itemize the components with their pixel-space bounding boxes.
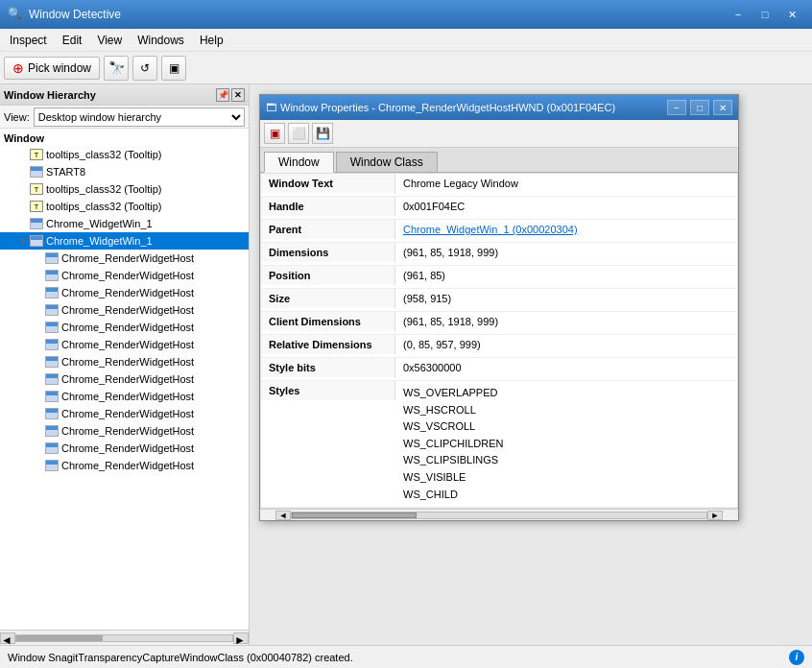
window-icon: ⬜ [292, 127, 306, 140]
win-badge [45, 322, 59, 333]
menu-view[interactable]: View [89, 31, 130, 50]
property-value: (958, 915) [395, 289, 737, 308]
panel-header-controls: 📌 ✕ [216, 88, 245, 102]
pick-window-button[interactable]: ⊕ Pick window [4, 57, 100, 80]
tooltip-icon: T [29, 181, 44, 197]
menu-windows[interactable]: Windows [130, 31, 192, 50]
property-label: Dimensions [261, 243, 395, 262]
tree-item[interactable]: Chrome_RenderWidgetHost [0, 284, 249, 301]
dialog-screenshot-button[interactable]: ▣ [264, 123, 285, 144]
save-icon: 💾 [316, 127, 330, 140]
property-value-line: WS_VISIBLE [403, 469, 729, 487]
dialog-title: Window Properties - Chrome_RenderWidgetH… [280, 102, 665, 113]
view-bar: View: Desktop window hierarchy [0, 106, 249, 129]
panel-pin-button[interactable]: 📌 [216, 88, 229, 102]
tree-toggle-icon[interactable]: ▼ [17, 235, 29, 247]
scrollbar-left[interactable]: ◄ [275, 511, 291, 520]
property-row: Dimensions(961, 85, 1918, 999) [261, 243, 737, 266]
menu-help[interactable]: Help [192, 31, 231, 50]
view-select[interactable]: Desktop window hierarchy [34, 107, 245, 127]
property-label: Styles [261, 381, 395, 400]
panel-close-button[interactable]: ✕ [231, 88, 245, 102]
tree-item-label: Chrome_RenderWidgetHost [61, 339, 194, 350]
dialog-close-button[interactable]: ✕ [713, 100, 732, 115]
tree-item[interactable]: Ttooltips_class32 (Tooltip) [0, 180, 249, 198]
minimize-button[interactable]: − [726, 5, 751, 24]
tree-item[interactable]: Chrome_RenderWidgetHost [0, 388, 249, 405]
win-badge [45, 304, 59, 316]
crosshair-icon: ⊕ [12, 60, 24, 76]
property-value: (961, 85, 1918, 999) [395, 312, 737, 331]
close-button[interactable]: ✕ [779, 5, 804, 24]
dialog-icon: 🗔 [266, 102, 276, 113]
dialog-content[interactable]: Window TextChrome Legacy WindowHandle0x0… [260, 173, 738, 509]
binoculars-icon: 🔭 [108, 60, 125, 76]
dialog-save-button[interactable]: 💾 [312, 123, 333, 144]
tree-item[interactable]: Chrome_RenderWidgetHost [0, 440, 249, 457]
menu-inspect[interactable]: Inspect [2, 31, 55, 50]
tooltip-icon: T [29, 147, 44, 162]
tree-item[interactable]: Chrome_RenderWidgetHost [0, 319, 249, 336]
tree-item[interactable]: Chrome_RenderWidgetHost [0, 301, 249, 319]
property-value-link[interactable]: Chrome_WidgetWin_1 (0x00020304) [395, 220, 737, 239]
tree-item-label: tooltips_class32 (Tooltip) [46, 201, 161, 212]
window-icon [44, 285, 60, 300]
win-badge [45, 252, 59, 264]
tab-window-class[interactable]: Window Class [336, 152, 438, 172]
win-badge [45, 408, 59, 419]
property-label: Relative Dimensions [261, 335, 395, 354]
property-value-line: WS_OVERLAPPED [403, 385, 729, 402]
property-value: 0x56300000 [395, 358, 737, 377]
tree-item[interactable]: Chrome_RenderWidgetHost [0, 457, 249, 474]
property-label: Window Text [261, 174, 395, 193]
refresh-icon: ↺ [140, 61, 150, 75]
info-icon[interactable]: i [789, 650, 804, 665]
menu-bar: Inspect Edit View Windows Help [0, 29, 812, 52]
find-window-button[interactable]: 🔭 [104, 56, 129, 81]
tree-item[interactable]: Chrome_RenderWidgetHost [0, 250, 249, 267]
dialog-minimize-button[interactable]: − [667, 100, 686, 115]
property-label: Position [261, 266, 395, 285]
dialog-toolbar: ▣ ⬜ 💾 [260, 120, 738, 148]
app-icon: 🔍 [8, 7, 23, 22]
settings-button[interactable]: ▣ [161, 56, 186, 81]
tree-item-label: Chrome_RenderWidgetHost [61, 252, 194, 264]
property-label: Handle [261, 197, 395, 216]
status-text: Window SnagitTransparencyCaptureWindowCl… [8, 652, 789, 663]
tree-item[interactable]: Chrome_WidgetWin_1 [0, 215, 249, 232]
tree-item[interactable]: Chrome_RenderWidgetHost [0, 353, 249, 370]
scrollbar-right-arrow[interactable]: ► [233, 632, 249, 644]
tab-window[interactable]: Window [264, 152, 334, 173]
tree-item[interactable]: START8 [0, 163, 249, 180]
tree-item[interactable]: Chrome_RenderWidgetHost [0, 370, 249, 388]
tree-item-label: Chrome_RenderWidgetHost [61, 425, 194, 437]
tree-container[interactable]: Window Ttooltips_class32 (Tooltip)START8… [0, 129, 249, 630]
maximize-button[interactable]: □ [752, 5, 777, 24]
tree-item[interactable]: Chrome_RenderWidgetHost [0, 405, 249, 422]
right-panel: 🗔 Window Properties - Chrome_RenderWidge… [250, 84, 812, 645]
tree-item[interactable]: Ttooltips_class32 (Tooltip) [0, 198, 249, 215]
tree-toggle-icon [33, 425, 44, 437]
scrollbar-thumb-horizontal[interactable] [16, 635, 103, 641]
property-value-line: WS_HSCROLL [403, 402, 729, 419]
tree-toggle-icon [17, 201, 29, 212]
tree-items-container: Ttooltips_class32 (Tooltip)START8Ttoolti… [0, 146, 249, 474]
left-panel-scrollbar[interactable]: ◄ ► [0, 630, 249, 645]
tree-item[interactable]: Chrome_RenderWidgetHost [0, 336, 249, 353]
tree-toggle-icon [17, 149, 29, 160]
tree-item[interactable]: Ttooltips_class32 (Tooltip) [0, 146, 249, 163]
scrollbar-left-arrow[interactable]: ◄ [0, 632, 15, 644]
dialog-maximize-button[interactable]: □ [690, 100, 709, 115]
scrollbar-right[interactable]: ► [707, 511, 723, 520]
refresh-button[interactable]: ↺ [132, 56, 157, 81]
menu-edit[interactable]: Edit [55, 31, 90, 50]
dialog-window-button[interactable]: ⬜ [288, 123, 309, 144]
tree-toggle-icon [33, 408, 44, 419]
parent-link[interactable]: Chrome_WidgetWin_1 (0x00020304) [403, 224, 578, 235]
tree-item[interactable]: Chrome_RenderWidgetHost [0, 422, 249, 440]
tree-item[interactable]: Chrome_RenderWidgetHost [0, 267, 249, 284]
tree-item-label: Chrome_RenderWidgetHost [61, 304, 194, 316]
property-label: Size [261, 289, 395, 308]
tree-item[interactable]: ▼Chrome_WidgetWin_1 [0, 232, 249, 250]
dialog-scrollbar-thumb[interactable] [292, 513, 417, 518]
